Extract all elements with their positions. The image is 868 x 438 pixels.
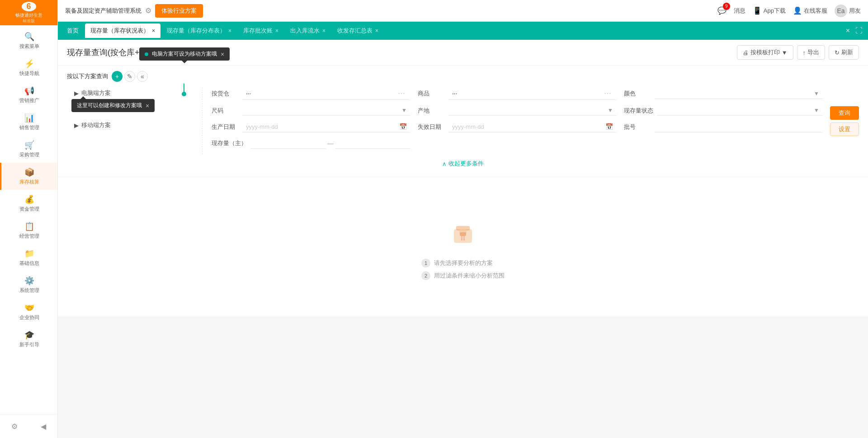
filter-btn-group: + ✎ «	[112, 71, 148, 82]
goods-dots[interactable]: ⋯	[602, 89, 613, 98]
empty-step-1: 1 请先选择要分析的方案	[421, 259, 505, 268]
tab-in-out-flow[interactable]: 出入库流水 ×	[285, 24, 331, 38]
warehouse-select[interactable]: ··· ⋯	[242, 87, 410, 100]
sidebar-item-guide[interactable]: 🎓 新手引导	[0, 325, 57, 353]
settings-icon[interactable]: ⚙	[145, 6, 151, 15]
filter-field-stock-qty: 现存量（主） —	[212, 138, 410, 149]
sidebar-item-purchase[interactable]: 🛒 采购管理	[0, 136, 57, 163]
tab-batch-account[interactable]: 库存批次账 ×	[238, 24, 284, 38]
filter-field-batch-no: 批号	[624, 121, 823, 132]
warehouse-dots[interactable]: ⋯	[396, 89, 407, 98]
tab-inventory-status-close[interactable]: ×	[152, 28, 155, 34]
tooltip-2-close[interactable]: ×	[146, 102, 149, 109]
prod-date-start[interactable]: yyyy-mm-dd 📅	[242, 121, 410, 132]
origin-select[interactable]: ▼	[448, 105, 617, 116]
color-select[interactable]: ▼	[655, 89, 823, 99]
size-label: 尺码	[212, 107, 239, 115]
sidebar-item-guide-label: 新手引导	[19, 341, 39, 348]
tabs-bar: 首页 现存量（库存状况表） × 现存量（库存分布表） × 库存批次账 × 出入库…	[58, 22, 868, 40]
tab-summary[interactable]: 收发存汇总表 ×	[332, 24, 384, 38]
tab-home[interactable]: 首页	[61, 24, 84, 38]
tab-close-all-icon[interactable]: ×	[844, 25, 852, 37]
expire-date-start[interactable]: yyyy-mm-dd 📅	[448, 121, 617, 132]
sidebar-item-operations-label: 经营管理	[19, 233, 39, 240]
print-arrow-icon: ▼	[782, 49, 788, 56]
refresh-label: 刷新	[841, 48, 853, 57]
sidebar-item-search[interactable]: 🔍 搜索菜单	[0, 27, 57, 54]
tab-inventory-distribution[interactable]: 现存量（库存分布表） ×	[161, 24, 237, 38]
sidebar-item-quick-nav[interactable]: ⚡ 快捷导航	[0, 54, 57, 81]
sidebar-nav: 🔍 搜索菜单 ⚡ 快捷导航 📢 营销推广 📊 销售管理 🛒 采购管理 📦 库存核…	[0, 25, 57, 414]
app-download-item[interactable]: 📱 App下载	[753, 6, 786, 15]
tabs-bar-end: × ⛶	[844, 25, 864, 37]
scheme-mobile[interactable]: ▶ 移动端方案	[67, 119, 195, 131]
sidebar-item-assets[interactable]: 💰 资金管理	[0, 190, 57, 217]
search-button[interactable]: 查询	[830, 106, 859, 120]
tab-inventory-status[interactable]: 现存量（库存状况表） ×	[85, 24, 160, 38]
stock-qty-min[interactable]	[250, 138, 326, 149]
tooltip-scheme-convert: 电脑方案可设为移动方案哦 ×	[139, 47, 230, 61]
sidebar-item-inventory[interactable]: 📦 库存核算	[0, 163, 57, 190]
export-button[interactable]: ↑ 导出	[797, 45, 826, 60]
print-icon: 🖨	[743, 49, 749, 56]
experience-button[interactable]: 体验行业方案	[155, 4, 203, 18]
expire-date-placeholder: yyyy-mm-dd	[452, 123, 484, 130]
print-button[interactable]: 🖨 按模板打印 ▼	[737, 45, 793, 60]
messages-item[interactable]: 💬 9 消息	[717, 6, 745, 15]
connector-line	[184, 84, 184, 93]
refresh-icon: ↻	[835, 49, 840, 56]
filter-row-2: 尺码 ▼ 产地 ▼	[212, 105, 823, 116]
sidebar-item-system[interactable]: ⚙️ 系统管理	[0, 271, 57, 298]
user-item[interactable]: Ea 用友	[835, 5, 861, 17]
tab-in-out-flow-close[interactable]: ×	[322, 28, 326, 34]
empty-state: 1 请先选择要分析的方案 2 用过滤条件来缩小分析范围	[58, 177, 868, 316]
tooltip-scheme-edit-text: 这里可以创建和修改方案哦	[77, 102, 142, 109]
filter-field-prod-date: 生产日期 yyyy-mm-dd 📅	[212, 121, 410, 132]
tab-batch-account-close[interactable]: ×	[275, 28, 278, 34]
sidebar-item-sales[interactable]: 📊 销售管理	[0, 108, 57, 136]
warehouse-value: ···	[246, 90, 251, 97]
print-label: 按模板打印	[750, 48, 780, 57]
stock-qty-label: 现存量（主）	[212, 139, 247, 147]
tooltip-1-close[interactable]: ×	[221, 51, 224, 58]
empty-step-1-label: 请先选择要分析的方案	[434, 259, 493, 267]
goods-label: 商品	[418, 89, 445, 98]
batch-no-input[interactable]	[655, 122, 823, 132]
scheme-desktop[interactable]: ▶ 电脑端方案	[67, 87, 195, 99]
tab-inventory-distribution-close[interactable]: ×	[228, 28, 231, 34]
edit-scheme-btn[interactable]: ✎	[124, 71, 135, 82]
scheme-list: ▶ 电脑端方案 这里可以创建和修改方案哦 ×	[67, 87, 195, 131]
filter-field-color: 颜色 ▼	[624, 87, 823, 100]
tab-summary-close[interactable]: ×	[375, 28, 378, 34]
sidebar-item-basic-info[interactable]: 📁 基础信息	[0, 244, 57, 271]
app-download-icon: 📱	[753, 6, 762, 15]
scheme-desktop-arrow: ▶	[74, 90, 79, 97]
expire-date-calendar-icon[interactable]: 📅	[605, 123, 613, 130]
prod-date-calendar-icon[interactable]: 📅	[399, 123, 407, 130]
collapse-btn[interactable]: ∧ 收起更多条件	[67, 156, 859, 171]
sidebar-item-operations[interactable]: 📋 经营管理	[0, 217, 57, 244]
empty-step-2-label: 用过滤条件来缩小分析范围	[434, 272, 505, 280]
back-scheme-btn[interactable]: «	[137, 71, 148, 82]
refresh-button[interactable]: ↻ 刷新	[829, 45, 859, 60]
stock-qty-max[interactable]	[335, 138, 411, 149]
tooltip-scheme-edit: 这里可以创建和修改方案哦 ×	[71, 99, 155, 112]
size-select[interactable]: ▼	[242, 105, 410, 116]
user-label: 用友	[849, 7, 861, 15]
logo-text: 畅捷通好生意	[15, 12, 42, 18]
footer-collapse-btn[interactable]: ◀	[39, 420, 48, 433]
origin-arrow-icon: ▼	[608, 107, 613, 113]
sidebar-item-enterprise[interactable]: 🤝 企业协同	[0, 298, 57, 325]
add-scheme-btn[interactable]: +	[112, 71, 123, 82]
footer-settings-btn[interactable]: ⚙	[9, 420, 19, 433]
step-num-2: 2	[421, 271, 430, 280]
goods-select[interactable]: ··· ⋯	[448, 87, 617, 100]
sidebar-item-basic-info-label: 基础信息	[19, 260, 39, 267]
tab-fullscreen-icon[interactable]: ⛶	[854, 25, 864, 37]
logo-icon: 6	[22, 2, 36, 11]
reset-button[interactable]: 设置	[830, 122, 859, 136]
sidebar-item-marketing[interactable]: 📢 营销推广	[0, 81, 57, 108]
online-support-item[interactable]: 👤 在线客服	[793, 6, 827, 15]
tab-in-out-flow-label: 出入库流水	[290, 27, 320, 35]
stock-status-select[interactable]: ▼	[657, 105, 823, 116]
